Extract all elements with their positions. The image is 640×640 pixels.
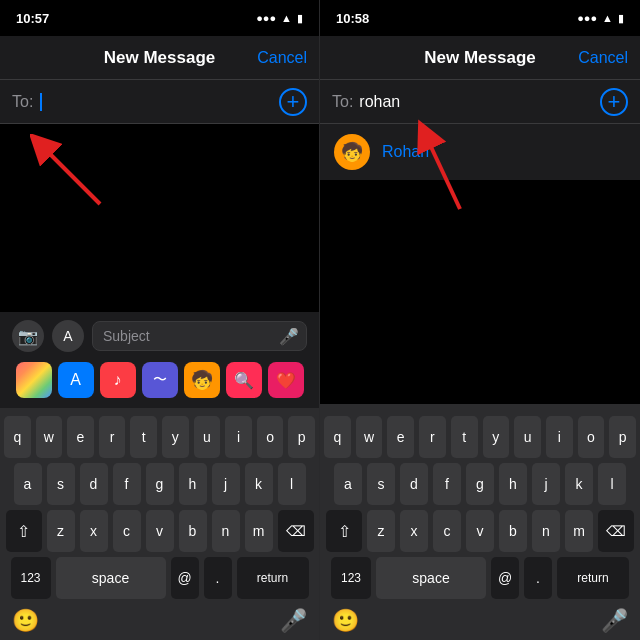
left-camera-button[interactable]: 📷 [12,320,44,352]
right-suggestion-avatar: 🧒 [334,134,370,170]
left-heart-icon[interactable]: ❤️ [268,362,304,398]
key-y[interactable]: y [162,416,189,458]
r-key-b[interactable]: b [499,510,527,552]
left-kb-row1: q w e r t y u i o p [4,416,315,458]
left-cursor [40,93,42,111]
left-mic-button[interactable]: 🎤 [280,608,307,634]
left-status-icons: ●●● ▲ ▮ [256,12,303,25]
r-key-g[interactable]: g [466,463,494,505]
left-wave-icon[interactable]: 〜 [142,362,178,398]
key-r[interactable]: r [99,416,126,458]
r-key-z[interactable]: z [367,510,395,552]
left-apps-button[interactable]: A [52,320,84,352]
svg-line-1 [40,144,100,204]
left-subject-input[interactable]: Subject [92,321,307,351]
r-key-c[interactable]: c [433,510,461,552]
key-m[interactable]: m [245,510,273,552]
r-key-return[interactable]: return [557,557,629,599]
r-key-i[interactable]: i [546,416,573,458]
r-key-123[interactable]: 123 [331,557,371,599]
apps-icon: A [63,328,72,344]
r-key-t[interactable]: t [451,416,478,458]
key-i[interactable]: i [225,416,252,458]
key-c[interactable]: c [113,510,141,552]
key-at[interactable]: @ [171,557,199,599]
r-key-space[interactable]: space [376,557,486,599]
r-key-w[interactable]: w [356,416,383,458]
left-subject-placeholder: Subject [103,328,150,344]
r-key-a[interactable]: a [334,463,362,505]
r-key-s[interactable]: s [367,463,395,505]
key-z[interactable]: z [47,510,75,552]
left-appstore-icon[interactable]: A [58,362,94,398]
r-key-at[interactable]: @ [491,557,519,599]
left-memoji-icon[interactable]: 🧒 [184,362,220,398]
left-search-icon[interactable]: 🔍 [226,362,262,398]
key-v[interactable]: v [146,510,174,552]
key-x[interactable]: x [80,510,108,552]
key-s[interactable]: s [47,463,75,505]
left-add-recipient-button[interactable]: + [279,88,307,116]
r-key-k[interactable]: k [565,463,593,505]
key-dot[interactable]: . [204,557,232,599]
left-kb-bottom: 🙂 🎤 [4,604,315,636]
right-mic-button[interactable]: 🎤 [601,608,628,634]
r-key-y[interactable]: y [483,416,510,458]
r-key-p[interactable]: p [609,416,636,458]
key-p[interactable]: p [288,416,315,458]
right-emoji-button[interactable]: 🙂 [332,608,359,634]
left-message-body[interactable] [0,124,319,312]
right-add-recipient-button[interactable]: + [600,88,628,116]
key-l[interactable]: l [278,463,306,505]
key-k[interactable]: k [245,463,273,505]
key-t[interactable]: t [130,416,157,458]
r-key-r[interactable]: r [419,416,446,458]
right-message-body[interactable] [320,186,640,404]
key-e[interactable]: e [67,416,94,458]
r-key-shift[interactable]: ⇧ [326,510,362,552]
right-red-arrow [400,114,490,214]
left-music-icon[interactable]: ♪ [100,362,136,398]
key-123-left[interactable]: 123 [11,557,51,599]
key-delete[interactable]: ⌫ [278,510,314,552]
key-j[interactable]: j [212,463,240,505]
key-n[interactable]: n [212,510,240,552]
key-space[interactable]: space [56,557,166,599]
key-u[interactable]: u [194,416,221,458]
left-to-field[interactable]: To: + [0,80,319,124]
r-key-l[interactable]: l [598,463,626,505]
left-red-arrow [30,134,110,214]
r-key-f[interactable]: f [433,463,461,505]
r-key-h[interactable]: h [499,463,527,505]
key-d[interactable]: d [80,463,108,505]
left-emoji-button[interactable]: 🙂 [12,608,39,634]
right-kb-row2: a s d f g h j k l [324,463,636,505]
r-key-u[interactable]: u [514,416,541,458]
r-key-n[interactable]: n [532,510,560,552]
key-return[interactable]: return [237,557,309,599]
right-nav-title: New Message [424,48,536,68]
key-h[interactable]: h [179,463,207,505]
r-key-delete[interactable]: ⌫ [598,510,634,552]
key-q[interactable]: q [4,416,31,458]
key-a[interactable]: a [14,463,42,505]
r-key-e[interactable]: e [387,416,414,458]
left-cancel-button[interactable]: Cancel [257,49,307,67]
key-b[interactable]: b [179,510,207,552]
left-input-toolbar: 📷 A Subject 🎤 A ♪ 〜 🧒 🔍 ❤️ [0,312,319,408]
r-key-x[interactable]: x [400,510,428,552]
r-key-j[interactable]: j [532,463,560,505]
r-key-d[interactable]: d [400,463,428,505]
r-key-v[interactable]: v [466,510,494,552]
r-key-m[interactable]: m [565,510,593,552]
r-key-dot[interactable]: . [524,557,552,599]
r-key-q[interactable]: q [324,416,351,458]
r-key-o[interactable]: o [578,416,605,458]
key-o[interactable]: o [257,416,284,458]
key-shift[interactable]: ⇧ [6,510,42,552]
left-photos-app-icon[interactable] [16,362,52,398]
key-w[interactable]: w [36,416,63,458]
key-g[interactable]: g [146,463,174,505]
key-f[interactable]: f [113,463,141,505]
right-cancel-button[interactable]: Cancel [578,49,628,67]
